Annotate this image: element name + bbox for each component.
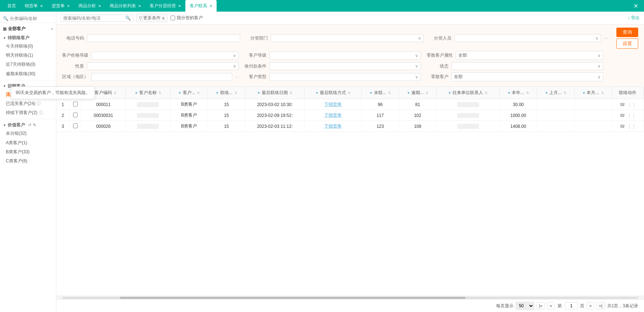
- tab-analysis-list[interactable]: 商品分析列表 ✕: [105, 0, 145, 12]
- tab-customer-layer[interactable]: 客户分层经营 ✕: [145, 0, 185, 12]
- tab-analysis-list-label: 商品分析列表: [110, 3, 136, 9]
- tab-analysis[interactable]: 商品分析 ✕: [74, 0, 105, 12]
- row-checkbox-0[interactable]: [73, 102, 78, 106]
- tab-customer-contact-close[interactable]: ✕: [209, 4, 212, 8]
- th-cust-type[interactable]: ▼ 客户... ⇅: [170, 87, 208, 99]
- value-refresh-icon[interactable]: ↺: [28, 123, 31, 127]
- sidebar-item-7days-contact[interactable]: 近7天待联络(0): [0, 60, 56, 69]
- cell-last-method-link-0[interactable]: 下销货单: [324, 102, 342, 107]
- tab-sales-close[interactable]: ✕: [40, 4, 43, 8]
- sidebar-section-value[interactable]: ▼ 价值客户 ↺ ✎: [0, 121, 56, 129]
- filter-region-input[interactable]: [91, 73, 232, 81]
- sidebar-section-pending[interactable]: ▼ 待联络客户: [0, 33, 56, 42]
- cell-last-method-1[interactable]: 下销货单: [305, 110, 362, 121]
- tab-analysis-close[interactable]: ✕: [98, 4, 101, 8]
- cell-actions-1[interactable]: ☎ ⋮⋮: [612, 110, 644, 121]
- next-page-button[interactable]: »: [587, 302, 594, 309]
- action-more-icon-0[interactable]: ⋮⋮: [627, 102, 636, 107]
- value-edit-icon[interactable]: ✎: [33, 123, 36, 127]
- cell-actions-2[interactable]: ☎ ⋮⋮: [612, 121, 644, 132]
- setting-button[interactable]: 设置: [616, 39, 638, 49]
- filter-person-select[interactable]: ∨: [454, 34, 601, 42]
- row-checkbox-1[interactable]: [73, 113, 78, 117]
- sidebar-all-customers[interactable]: ⊞ 全部客户 «: [0, 24, 56, 33]
- chevron-down-icon-5: ∨: [597, 53, 601, 58]
- scrollbar-track[interactable]: [62, 297, 638, 299]
- tab-home[interactable]: 首页: [3, 0, 20, 12]
- sidebar-item-today-contact[interactable]: 今天待联络(0): [0, 42, 56, 51]
- scrollbar-area[interactable]: [56, 296, 644, 299]
- filter-search-icon[interactable]: 🔍: [125, 16, 131, 21]
- row-checkbox-2[interactable]: [73, 123, 78, 128]
- th-overdue[interactable]: ▼ 逾期... ⇅: [399, 87, 436, 99]
- th-last-date[interactable]: ▼ 最后联络日期 ⇅: [245, 87, 305, 99]
- tab-sales[interactable]: 销货单 ✕: [20, 0, 47, 12]
- th-current-year[interactable]: ▼ 本年... ⇅: [500, 87, 537, 99]
- prev-page-button[interactable]: «: [547, 302, 555, 309]
- filter-nature-select[interactable]: ∨: [87, 62, 239, 70]
- filter-person-more[interactable]: ···: [604, 36, 608, 41]
- filter-price-level-select[interactable]: ∨: [91, 52, 239, 60]
- th-name-sort-icon: ⇅: [158, 91, 161, 95]
- filter-phone-input[interactable]: [87, 34, 240, 42]
- filter-status-select[interactable]: ∨: [451, 62, 603, 70]
- sidebar-item-ungroup[interactable]: 未分组(32): [0, 129, 56, 138]
- export-button[interactable]: ↑ 导出: [628, 15, 640, 21]
- cell-last-method-link-2[interactable]: 下销货单: [324, 123, 342, 129]
- filter-retail-attr-select[interactable]: 全部 ∨: [456, 51, 603, 60]
- th-last-month[interactable]: ▼ 上月... ⇅: [537, 87, 575, 99]
- cell-last-method-link-1[interactable]: 下销货单: [324, 113, 342, 118]
- scrollbar-thumb[interactable]: [120, 297, 466, 299]
- filter-search-input[interactable]: [63, 16, 125, 21]
- more-conditions-button[interactable]: ▽ 更多条件 ∧: [136, 14, 168, 22]
- first-page-button[interactable]: |«: [536, 302, 545, 309]
- th-contact-person[interactable]: ▼ 往来单位联系人 ⇅: [436, 87, 500, 99]
- filter-payment-select[interactable]: ∨: [269, 62, 421, 70]
- cell-checkbox-2[interactable]: [69, 121, 81, 132]
- sidebar-item-class-a[interactable]: A类客户(1): [0, 138, 56, 147]
- sidebar-item-tomorrow-contact[interactable]: 明天待联络(1): [0, 51, 56, 60]
- sidebar-item-declining[interactable]: 持续下滑客户(2) ⓘ: [0, 108, 56, 117]
- filter-cust-level-select[interactable]: ∨: [269, 52, 421, 60]
- my-customers-check-input[interactable]: [170, 16, 175, 20]
- sidebar-item-class-c[interactable]: C类客户(6): [0, 157, 56, 166]
- page-number-input[interactable]: [565, 302, 578, 309]
- action-contact-icon-0[interactable]: ☎: [620, 102, 625, 107]
- filter-region-more[interactable]: ···: [235, 74, 239, 80]
- tab-analysis-list-close[interactable]: ✕: [138, 4, 141, 8]
- sidebar-collapse-icon[interactable]: «: [51, 27, 53, 31]
- filter-status-label: 状态: [427, 63, 448, 69]
- window-close-button[interactable]: ✕: [631, 3, 641, 9]
- filter-dept-select[interactable]: ∨: [271, 34, 424, 42]
- last-page-button[interactable]: »|: [596, 302, 605, 309]
- cell-checkbox-1[interactable]: [69, 110, 81, 121]
- page-size-select[interactable]: 50 20 100: [516, 302, 534, 310]
- tab-customer-contact[interactable]: 客户联系 ✕: [185, 0, 217, 12]
- th-last-method[interactable]: ▼ 最后联络方式 ⇅: [305, 87, 362, 99]
- sidebar-search-input[interactable]: [10, 16, 56, 21]
- cell-actions-0[interactable]: ☎ ⋮⋮: [612, 99, 644, 110]
- filter-retail-cust-select[interactable]: 全部 ∨: [451, 72, 603, 81]
- tab-purchase[interactable]: 进货单 ✕: [47, 0, 74, 12]
- cell-last-method-0[interactable]: 下销货单: [305, 99, 362, 110]
- tab-customer-contact-label: 客户联系: [190, 3, 207, 9]
- sidebar-item-overdue-contact[interactable]: 逾期未联络(30): [0, 69, 56, 78]
- th-contact-num[interactable]: ▼ 联络... ⇅: [208, 87, 245, 99]
- cell-last-method-2[interactable]: 下销货单: [305, 121, 362, 132]
- th-uncontacted[interactable]: ▼ 未联... ⇅: [362, 87, 399, 99]
- sidebar-item-churned[interactable]: 已流失客户(24) ⓘ: [0, 99, 56, 108]
- sidebar-item-class-b[interactable]: B类客户(33): [0, 147, 56, 157]
- query-button[interactable]: 查询: [616, 28, 638, 37]
- cell-checkbox-0[interactable]: [69, 99, 81, 110]
- action-more-icon-2[interactable]: ⋮⋮: [627, 124, 636, 129]
- filter-cust-type-select[interactable]: ∨: [269, 73, 421, 81]
- action-contact-icon-2[interactable]: ☎: [620, 124, 625, 129]
- action-more-icon-1[interactable]: ⋮⋮: [627, 113, 636, 118]
- my-customers-checkbox[interactable]: 我分管的客户: [170, 15, 203, 21]
- tab-customer-layer-close[interactable]: ✕: [178, 4, 181, 8]
- cell-overdue-1: 102: [399, 110, 436, 121]
- tab-purchase-close[interactable]: ✕: [67, 4, 70, 8]
- th-name[interactable]: ▼ 客户名称 ⇅: [126, 87, 170, 99]
- th-current-month[interactable]: ▼ 本月... ⇅: [574, 87, 612, 99]
- action-contact-icon-1[interactable]: ☎: [620, 113, 625, 118]
